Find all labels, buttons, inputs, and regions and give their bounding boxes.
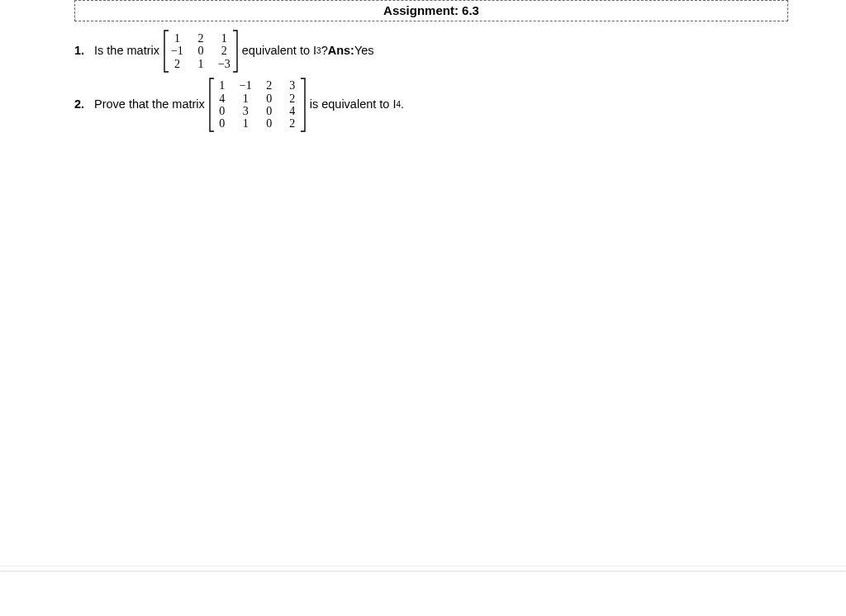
answer-value: Yes — [354, 44, 374, 58]
matrix-cell: 0 — [216, 105, 228, 117]
matrix-cell: 3 — [287, 79, 298, 92]
matrix-cell: 1 — [171, 32, 183, 45]
matrix-cell: −1 — [171, 45, 183, 57]
assignment-header-box: Assignment: 6.3 — [74, 0, 788, 21]
matrix-cell: 0 — [264, 117, 275, 130]
matrix-cell: 2 — [195, 32, 207, 45]
left-bracket-icon — [163, 30, 169, 73]
matrix-cell: −1 — [240, 79, 252, 92]
problem-lead: Is the matrix — [94, 44, 159, 58]
matrix-cell: 1 — [240, 92, 252, 105]
problem-number: 1. — [74, 44, 94, 58]
page-divider — [0, 566, 846, 571]
matrix-cell: 1 — [195, 58, 207, 70]
matrix-4x4: 1 −1 2 3 4 1 0 2 0 3 0 4 0 1 0 2 — [208, 78, 307, 132]
matrix-cell: 4 — [287, 105, 298, 117]
problem-2: 2. Prove that the matrix 1 −1 2 3 4 1 0 … — [74, 78, 788, 132]
answer-label: Ans: — [328, 44, 354, 58]
right-bracket-icon — [300, 78, 307, 132]
matrix-3x3: 1 2 1 −1 0 2 2 1 −3 — [163, 30, 239, 73]
matrix-cells: 1 −1 2 3 4 1 0 2 0 3 0 4 0 1 0 2 — [215, 79, 300, 130]
matrix-cell: 2 — [264, 79, 275, 92]
matrix-cell: 2 — [218, 45, 231, 57]
problem-tail-a: is equivalent to I — [310, 97, 397, 111]
matrix-cell: 4 — [216, 92, 228, 105]
page-content: Assignment: 6.3 1. Is the matrix 1 2 1 −… — [0, 0, 846, 154]
problem-text: Prove that the matrix 1 −1 2 3 4 1 0 2 0… — [94, 78, 404, 132]
problem-number: 2. — [74, 97, 94, 111]
problem-tail-b: ? — [321, 44, 328, 58]
matrix-cell: 3 — [240, 105, 252, 117]
left-bracket-icon — [208, 78, 215, 132]
matrix-cell: 2 — [287, 92, 298, 105]
problem-tail-b: . — [401, 97, 404, 111]
problem-tail-a: equivalent to I — [242, 44, 316, 58]
matrix-cell: 0 — [195, 45, 207, 57]
matrix-cell: 1 — [218, 32, 231, 45]
matrix-cell: 0 — [264, 105, 275, 117]
problem-1: 1. Is the matrix 1 2 1 −1 0 2 2 1 −3 — [74, 30, 788, 73]
assignment-title: Assignment: 6.3 — [383, 3, 479, 17]
matrix-cell: 0 — [216, 117, 228, 130]
right-bracket-icon — [232, 30, 239, 73]
matrix-cell: 2 — [171, 58, 183, 70]
problem-text: Is the matrix 1 2 1 −1 0 2 2 1 −3 — [94, 30, 374, 73]
matrix-cell: 0 — [264, 92, 275, 105]
problem-lead: Prove that the matrix — [94, 97, 205, 111]
matrix-cell: 2 — [287, 117, 298, 130]
matrix-cell: −3 — [218, 58, 231, 70]
matrix-cell: 1 — [240, 117, 252, 130]
matrix-cells: 1 2 1 −1 0 2 2 1 −3 — [169, 32, 232, 70]
matrix-cell: 1 — [216, 79, 228, 92]
